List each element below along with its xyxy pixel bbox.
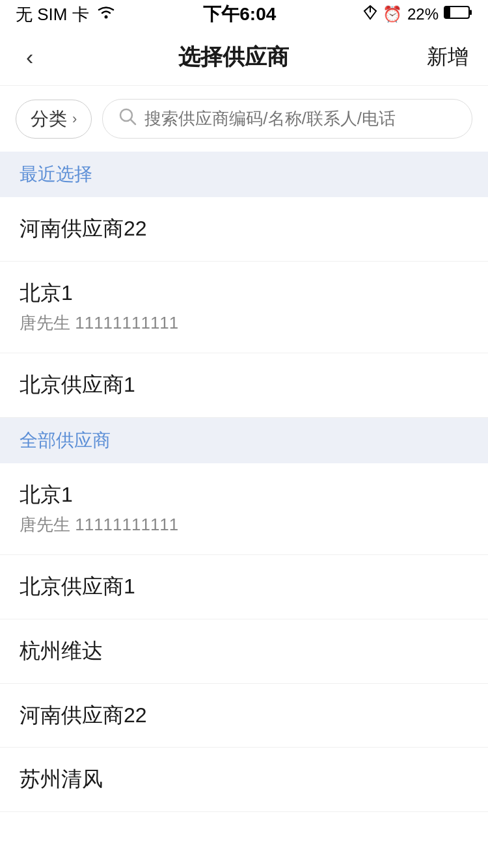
all-items-list: 北京1 唐先生 11111111111 北京供应商1 杭州维达 河南供应商22 …	[0, 463, 488, 812]
category-label: 分类	[31, 107, 67, 131]
list-item[interactable]: 北京供应商1	[0, 555, 488, 619]
back-button[interactable]: ‹	[20, 38, 40, 76]
item-name: 苏州清风	[20, 766, 468, 793]
chevron-right-icon: ›	[72, 111, 77, 128]
list-item[interactable]: 北京1 唐先生 11111111111	[0, 463, 488, 556]
item-sub: 唐先生 11111111111	[20, 513, 468, 536]
page-title: 选择供应商	[178, 42, 289, 72]
recent-section-label: 最近选择	[20, 164, 92, 184]
battery-text: 22%	[407, 5, 439, 23]
item-name: 北京供应商1	[20, 372, 468, 399]
filter-row: 分类 ›	[0, 86, 488, 152]
all-section-label: 全部供应商	[20, 430, 111, 450]
list-item[interactable]: 杭州维达	[0, 619, 488, 684]
add-button[interactable]: 新增	[427, 43, 468, 72]
item-name: 河南供应商22	[20, 215, 468, 243]
no-sim-text: 无 SIM 卡	[16, 3, 89, 26]
svg-point-0	[104, 15, 107, 18]
item-sub: 唐先生 11111111111	[20, 312, 468, 334]
status-right: ⏰ 22%	[363, 5, 472, 24]
item-name: 北京1	[20, 280, 468, 307]
item-name: 北京供应商1	[20, 573, 468, 601]
list-item[interactable]: 河南供应商22	[0, 197, 488, 262]
status-bar: 无 SIM 卡 下午6:04 ⏰ 22%	[0, 0, 488, 29]
search-input[interactable]	[144, 109, 456, 129]
recent-section-header: 最近选择	[0, 152, 488, 197]
item-name: 北京1	[20, 481, 468, 509]
svg-line-5	[131, 120, 135, 124]
alarm-icon: ⏰	[383, 5, 402, 23]
svg-rect-3	[470, 10, 472, 15]
item-name: 河南供应商22	[20, 702, 468, 729]
search-box[interactable]	[102, 99, 472, 139]
search-icon	[118, 107, 137, 130]
list-item[interactable]: 苏州清风	[0, 748, 488, 812]
category-button[interactable]: 分类 ›	[16, 100, 92, 139]
all-section-header: 全部供应商	[0, 418, 488, 463]
status-time: 下午6:04	[203, 2, 276, 27]
nav-bar: ‹ 选择供应商 新增	[0, 29, 488, 86]
status-left: 无 SIM 卡	[16, 3, 116, 26]
item-name: 杭州维达	[20, 638, 468, 665]
recent-items-list: 河南供应商22 北京1 唐先生 11111111111 北京供应商1	[0, 197, 488, 418]
svg-rect-2	[445, 7, 450, 18]
list-item[interactable]: 北京1 唐先生 11111111111	[0, 262, 488, 354]
wifi-icon	[96, 5, 116, 25]
list-item[interactable]: 北京供应商1	[0, 353, 488, 418]
location-icon	[363, 5, 377, 24]
battery-icon	[444, 5, 472, 23]
list-item[interactable]: 河南供应商22	[0, 684, 488, 748]
